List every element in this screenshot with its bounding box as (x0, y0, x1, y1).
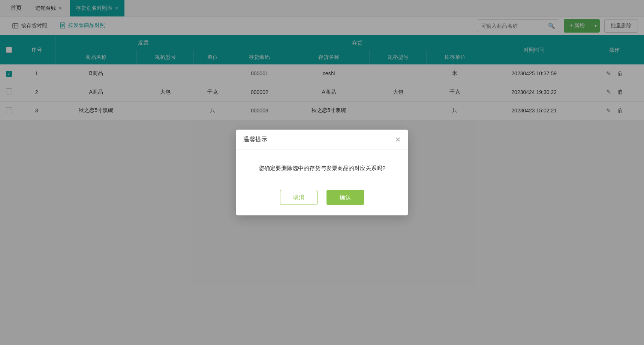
dialog-overlay: 温馨提示 ✕ 您确定要删除选中的存货与发票商品的对应关系吗? 取消 确认 (0, 0, 644, 120)
